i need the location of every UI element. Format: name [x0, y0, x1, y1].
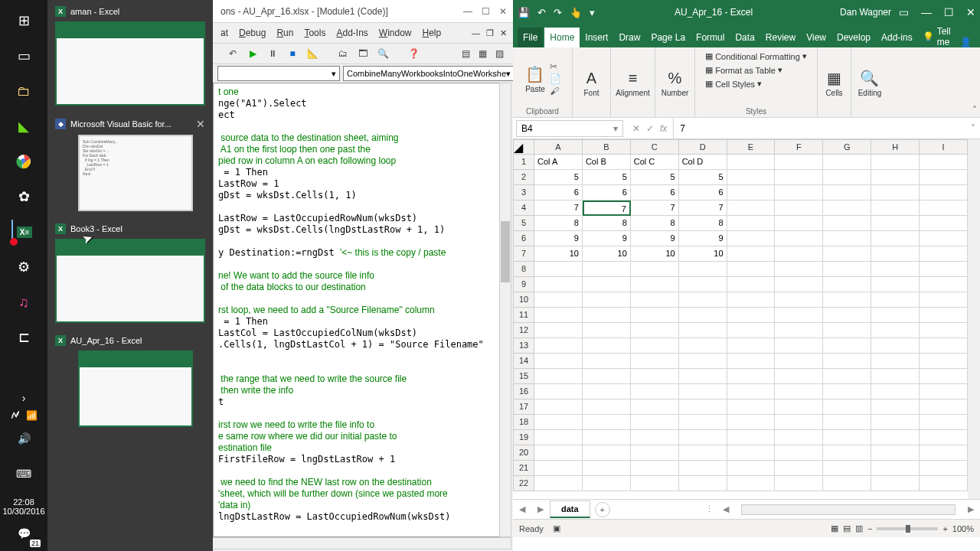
cell[interactable]: [631, 262, 679, 277]
spreadsheet-grid[interactable]: ◢ ABCDEFGHI 1234567891011121314151617181…: [513, 139, 980, 499]
cell[interactable]: [775, 369, 823, 384]
cell[interactable]: [775, 216, 823, 231]
cell[interactable]: [823, 262, 871, 277]
close-button[interactable]: ✕: [966, 6, 975, 18]
cell[interactable]: [823, 415, 871, 430]
cell[interactable]: [534, 338, 583, 354]
cell[interactable]: [775, 231, 823, 246]
volume-icon[interactable]: 🔊: [11, 426, 36, 451]
menu-run[interactable]: Run: [276, 28, 293, 38]
column-header[interactable]: B: [583, 139, 631, 155]
cell[interactable]: [823, 354, 871, 369]
task-item-aman[interactable]: Xaman - Excel: [47, 0, 213, 112]
row-header[interactable]: 3: [513, 185, 534, 201]
cell[interactable]: [823, 216, 871, 231]
tab-insert[interactable]: Insert: [580, 28, 613, 47]
project-icon[interactable]: 🗂: [335, 46, 351, 61]
cell[interactable]: [727, 262, 776, 277]
cell-styles-button[interactable]: ▦ Cell Styles ▾: [703, 78, 764, 90]
cell[interactable]: [583, 292, 631, 308]
cell[interactable]: 8: [679, 216, 727, 231]
cell[interactable]: [631, 399, 679, 415]
cell[interactable]: Col D: [679, 155, 727, 170]
cell[interactable]: [631, 308, 679, 323]
row-header[interactable]: 1: [513, 155, 534, 170]
menu-window[interactable]: Window: [379, 28, 412, 38]
tab-formulas[interactable]: Formul: [691, 28, 730, 47]
cell[interactable]: [775, 277, 823, 292]
close-icon[interactable]: ✕: [196, 118, 205, 130]
cell[interactable]: [534, 308, 583, 323]
cell[interactable]: [775, 476, 823, 491]
cell[interactable]: 5: [679, 170, 727, 185]
cell[interactable]: [871, 384, 920, 399]
row-header[interactable]: 5: [513, 216, 534, 231]
qat-customize-icon[interactable]: ▾: [590, 7, 595, 18]
toggle-icon[interactable]: ▦: [475, 46, 490, 61]
font-group[interactable]: AFont: [582, 68, 600, 99]
mdi-close[interactable]: ✕: [500, 28, 507, 38]
cell[interactable]: [727, 201, 776, 216]
cancel-icon[interactable]: ✕: [632, 123, 640, 134]
column-header[interactable]: G: [823, 139, 871, 155]
task-view-icon[interactable]: ▭: [11, 44, 36, 68]
cell[interactable]: [920, 155, 968, 170]
cell[interactable]: [679, 399, 727, 415]
cell[interactable]: [727, 445, 776, 461]
row-header[interactable]: 20: [513, 445, 534, 461]
cell[interactable]: 7: [679, 201, 727, 216]
minimize-button[interactable]: —: [463, 6, 472, 17]
cell[interactable]: [534, 384, 583, 399]
cell[interactable]: [534, 430, 583, 445]
cell[interactable]: [727, 461, 776, 476]
tab-view[interactable]: View: [801, 28, 831, 47]
paste-button[interactable]: 📋Paste: [524, 64, 547, 95]
cell[interactable]: [775, 292, 823, 308]
tab-developer[interactable]: Develop: [831, 28, 876, 47]
cell[interactable]: [920, 216, 968, 231]
toggle-icon[interactable]: ▨: [492, 46, 507, 61]
run-icon[interactable]: ▶: [245, 46, 260, 61]
object-dropdown[interactable]: ▾: [217, 66, 340, 81]
cell[interactable]: [920, 308, 968, 323]
cell[interactable]: [920, 292, 968, 308]
tab-data[interactable]: Data: [730, 28, 760, 47]
sheet-nav-next[interactable]: ▶: [531, 504, 550, 514]
tab-review[interactable]: Review: [760, 28, 801, 47]
itunes-icon[interactable]: ♫: [11, 290, 36, 315]
cell[interactable]: [775, 170, 823, 185]
cell[interactable]: [727, 476, 776, 491]
tab-file[interactable]: File: [518, 28, 543, 47]
sheet-nav-prev[interactable]: ◀: [513, 504, 531, 514]
touch-mode-icon[interactable]: 👆: [570, 7, 582, 18]
cell[interactable]: [871, 262, 920, 277]
cell[interactable]: 6: [679, 185, 727, 201]
cell[interactable]: [823, 476, 871, 491]
cell[interactable]: [823, 231, 871, 246]
cell[interactable]: [534, 262, 583, 277]
cell[interactable]: [727, 170, 776, 185]
zoom-out-icon[interactable]: −: [867, 524, 872, 533]
format-painter-icon[interactable]: 🖌: [550, 86, 561, 96]
cell[interactable]: [775, 384, 823, 399]
column-header[interactable]: H: [871, 139, 920, 155]
cell[interactable]: [871, 292, 920, 308]
cell[interactable]: [631, 369, 679, 384]
row-header[interactable]: 18: [513, 415, 534, 430]
app-icon-gear[interactable]: ✿: [11, 184, 36, 209]
taskbar-clock[interactable]: 22:08 10/30/2016: [2, 497, 44, 516]
cell[interactable]: 9: [631, 231, 679, 246]
cell[interactable]: 8: [583, 216, 631, 231]
cell[interactable]: 7: [534, 201, 583, 216]
keyboard-icon[interactable]: ⌨: [11, 461, 36, 486]
cell[interactable]: [534, 399, 583, 415]
cell[interactable]: [727, 231, 776, 246]
cell[interactable]: [679, 445, 727, 461]
cell[interactable]: [920, 415, 968, 430]
select-all-corner[interactable]: ◢: [513, 139, 534, 155]
normal-view-icon[interactable]: ▦: [831, 523, 838, 533]
design-mode-icon[interactable]: 📐: [305, 46, 320, 61]
app-icon-green[interactable]: ◣: [11, 114, 36, 139]
cell[interactable]: [679, 461, 727, 476]
column-header[interactable]: F: [775, 139, 823, 155]
